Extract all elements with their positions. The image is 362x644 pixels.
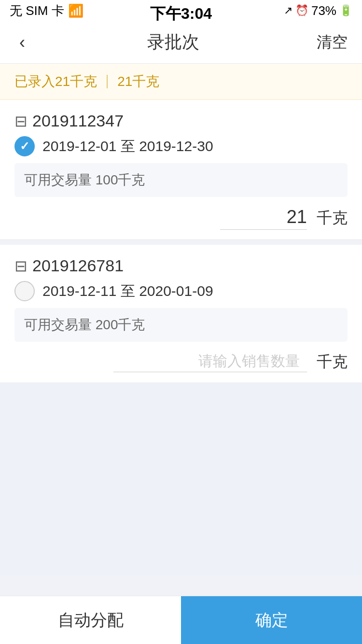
batch-id-2: 2019126781 — [32, 256, 124, 275]
battery-icon: 🔋 — [339, 4, 352, 17]
quantity-row-1: 21 千克 — [0, 197, 362, 240]
sim-label: 无 SIM 卡 — [10, 2, 64, 19]
batch-icon-2: ⊟ — [14, 257, 28, 275]
item-separator — [0, 240, 362, 245]
batch-date-row-1[interactable]: 2019-12-01 至 2019-12-30 — [14, 136, 348, 156]
auto-assign-button[interactable]: 自动分配 — [0, 596, 181, 644]
nav-bar: ‹ 录批次 清空 — [0, 21, 362, 64]
quantity-input-2[interactable] — [113, 352, 307, 372]
quantity-unit-2: 千克 — [317, 351, 348, 373]
empty-area — [0, 382, 362, 575]
batch-header-2: ⊟ 2019126781 — [14, 256, 348, 275]
info-banner: 已录入21千克 21千克 — [0, 64, 362, 100]
status-left: 无 SIM 卡 📶 — [10, 2, 84, 19]
batch-item-1: ⊟ 2019112347 2019-12-01 至 2019-12-30 可用交… — [0, 100, 362, 197]
radio-2[interactable] — [14, 281, 35, 301]
radio-1[interactable] — [14, 136, 35, 156]
back-button[interactable]: ‹ — [14, 28, 30, 57]
batch-header-1: ⊟ 2019112347 — [14, 112, 348, 130]
battery-label: 73% — [311, 3, 336, 18]
quantity-unit-1: 千克 — [317, 208, 348, 229]
quantity-value-1: 21 — [287, 207, 307, 227]
info-divider — [107, 75, 108, 88]
status-right: ↗ ⏰ 73% 🔋 — [284, 3, 352, 18]
info-amount: 21千克 — [117, 72, 159, 91]
batch-date-1: 2019-12-01 至 2019-12-30 — [42, 137, 213, 156]
batch-icon-1: ⊟ — [14, 112, 28, 130]
batch-id-1: 2019112347 — [32, 112, 124, 130]
alarm-icon: ⏰ — [295, 4, 308, 17]
recorded-label: 已录入21千克 — [14, 72, 97, 91]
batch-date-2: 2019-12-11 至 2020-01-09 — [42, 281, 213, 301]
input-row-2: 千克 — [0, 342, 362, 382]
clear-button[interactable]: 清空 — [317, 32, 348, 53]
quantity-display: 21 — [220, 207, 307, 230]
batch-item-2: ⊟ 2019126781 2019-12-11 至 2020-01-09 可用交… — [0, 245, 362, 342]
batch-date-row-2[interactable]: 2019-12-11 至 2020-01-09 — [14, 281, 348, 301]
batch-available-1: 可用交易量 100千克 — [14, 163, 348, 197]
status-bar: 无 SIM 卡 📶 下午3:04 ↗ ⏰ 73% 🔋 — [0, 0, 362, 21]
status-time: 下午3:04 — [150, 3, 212, 25]
wifi-icon: 📶 — [68, 3, 84, 18]
confirm-button[interactable]: 确定 — [181, 596, 362, 644]
page-title: 录批次 — [147, 30, 199, 54]
batch-available-2: 可用交易量 200千克 — [14, 308, 348, 342]
bottom-bar: 自动分配 确定 — [0, 596, 362, 644]
location-icon: ↗ — [284, 4, 292, 17]
